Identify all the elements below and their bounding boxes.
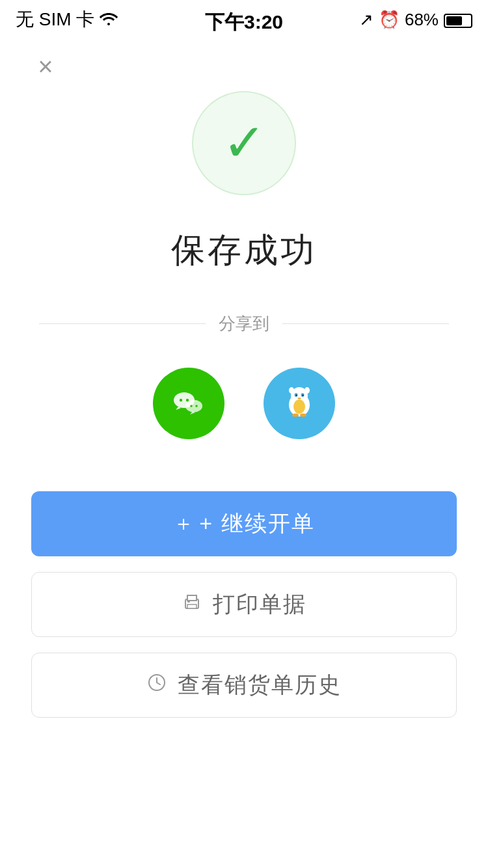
battery-icon [444,10,472,30]
close-icon: × [38,52,53,81]
print-button[interactable]: 打印单据 [31,572,457,637]
wechat-share-button[interactable] [153,368,224,439]
wifi-icon [100,9,118,30]
svg-point-15 [289,387,294,394]
success-circle: ✓ [192,91,296,195]
close-button[interactable]: × [26,47,65,86]
svg-rect-19 [187,604,197,608]
svg-point-16 [305,387,310,394]
svg-point-1 [185,400,202,413]
divider-line-right [282,323,449,324]
svg-point-10 [295,394,297,396]
svg-point-13 [292,414,299,417]
print-label: 打印单据 [213,590,306,619]
svg-rect-18 [187,595,197,601]
share-icons [153,368,335,439]
status-time: 下午3:20 [205,9,283,36]
qq-icon [278,383,320,424]
continue-label: + 继续开单 [199,509,314,539]
qq-share-button[interactable] [264,368,335,439]
print-icon [182,591,202,617]
status-bar: 无 SIM 卡 下午3:20 ↗ ⏰ 68% [0,0,488,39]
share-divider: 分享到 [0,312,488,335]
svg-point-2 [180,399,182,401]
history-label: 查看销货单历史 [178,670,342,700]
success-title: 保存成功 [171,228,317,273]
svg-point-4 [190,405,193,407]
history-icon [146,672,167,698]
plus-icon: ＋ [173,509,195,538]
location-icon: ↗ [359,10,373,30]
divider-line-left [39,323,206,324]
svg-point-3 [186,399,189,401]
svg-rect-20 [187,601,190,603]
status-left: 无 SIM 卡 [16,7,118,32]
no-sim-text: 无 SIM 卡 [16,7,94,32]
continue-button[interactable]: ＋ + 继续开单 [31,491,457,556]
svg-point-12 [293,400,305,414]
checkmark-icon: ✓ [223,117,266,169]
svg-point-14 [300,414,306,417]
svg-point-5 [195,405,198,407]
svg-point-11 [302,394,303,396]
status-right: ↗ ⏰ 68% [359,10,472,30]
battery-percent: 68% [405,10,439,30]
action-buttons: ＋ + 继续开单 打印单据 查看销货单历史 [0,491,488,718]
history-button[interactable]: 查看销货单历史 [31,653,457,718]
main-content: ✓ 保存成功 分享到 [0,39,488,718]
alarm-icon: ⏰ [379,10,400,30]
share-label: 分享到 [206,312,282,335]
wechat-icon [168,383,210,424]
